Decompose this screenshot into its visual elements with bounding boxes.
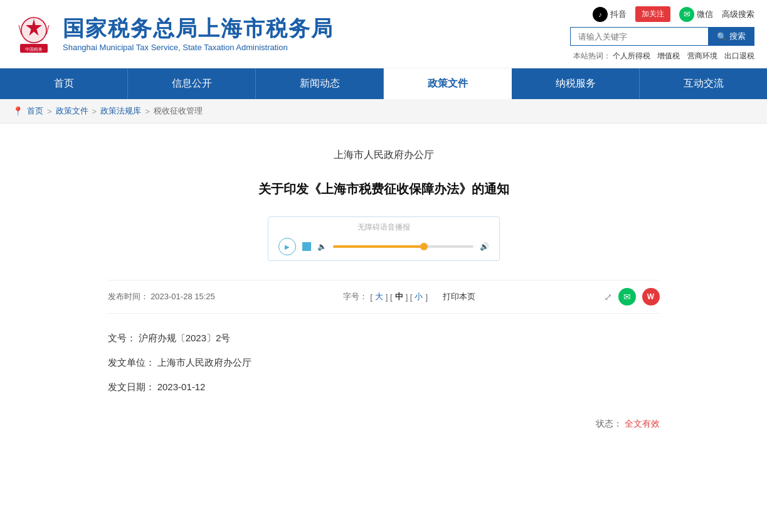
doc-info: 文号： 沪府办规〔2023〕2号 发文单位： 上海市人民政府办公厅 发文日期： … bbox=[108, 332, 660, 393]
status-label: 状态： bbox=[596, 418, 622, 428]
nav-item-info[interactable]: 信息公开 bbox=[128, 68, 256, 99]
tiktok-social[interactable]: ♪ 抖音 bbox=[593, 7, 627, 22]
breadcrumb-current: 税收征收管理 bbox=[154, 105, 203, 117]
volume-slider-track[interactable] bbox=[333, 245, 473, 248]
issuing-unit-value: 上海市人民政府办公厅 bbox=[157, 357, 251, 368]
nav-item-policy[interactable]: 政策文件 bbox=[384, 68, 512, 99]
meta-bar: 发布时间： 2023-01-28 15:25 字号： [ 大 ] [ 中 ] [… bbox=[108, 280, 660, 314]
hotwords-label: 本站热词： bbox=[573, 51, 611, 60]
wechat-icon: ✉ bbox=[679, 7, 694, 22]
issue-date-value: 2023-01-12 bbox=[157, 381, 206, 392]
font-bracket-mid1: ] [ bbox=[386, 292, 393, 302]
breadcrumb-sep-1: > bbox=[47, 107, 52, 116]
meta-publish: 发布时间： 2023-01-28 15:25 bbox=[108, 291, 215, 302]
logo-text: 国家税务总局上海市税务局 Shanghai Municipal Tax Serv… bbox=[63, 16, 334, 52]
search-bar: 🔍 搜索 bbox=[570, 27, 754, 46]
volume-icon-high: 🔊 bbox=[480, 242, 489, 251]
issue-date-label: 发文日期： bbox=[108, 381, 155, 392]
hotword-1[interactable]: 个人所得税 bbox=[613, 51, 650, 60]
breadcrumb-sep-2: > bbox=[92, 107, 97, 116]
breadcrumb-sep-3: > bbox=[145, 107, 150, 116]
stop-button[interactable] bbox=[302, 242, 311, 251]
publish-label: 发布时间： bbox=[108, 292, 149, 301]
status-bar: 状态： 全文有效 bbox=[108, 412, 660, 436]
audio-controls-row: ▶ 🔈 🔊 bbox=[278, 238, 489, 255]
wechat-share-button[interactable]: ✉ bbox=[618, 288, 636, 306]
hotwords-bar: 本站热词： 个人所得税 增值税 营商环境 出口退税 bbox=[573, 51, 754, 61]
meta-center: 字号： [ 大 ] [ 中 ] [ 小 ] 打印本页 bbox=[343, 291, 475, 302]
social-bar: ♪ 抖音 加关注 ✉ 微信 高级搜索 bbox=[593, 6, 754, 22]
weibo-share-button[interactable]: W bbox=[642, 288, 660, 306]
tiktok-icon: ♪ bbox=[593, 7, 608, 22]
header-right: ♪ 抖音 加关注 ✉ 微信 高级搜索 🔍 搜索 本站热词： 个人所得税 增值税 … bbox=[570, 6, 754, 61]
doc-issuer: 上海市人民政府办公厅 bbox=[108, 142, 660, 168]
tiktok-label: 抖音 bbox=[610, 9, 627, 20]
site-subtitle: Shanghai Municipal Tax Service, State Ta… bbox=[63, 43, 334, 52]
doc-title: 关于印发《上海市税费征收保障办法》的通知 bbox=[108, 181, 660, 198]
meta-share: ⤢ ✉ W bbox=[604, 288, 660, 306]
weibo-follow-button[interactable]: 加关注 bbox=[635, 6, 670, 22]
nav-item-news[interactable]: 新闻动态 bbox=[256, 68, 384, 99]
play-button[interactable]: ▶ bbox=[278, 238, 296, 255]
publish-time: 2023-01-28 15:25 bbox=[151, 292, 215, 301]
volume-thumb bbox=[420, 243, 428, 250]
advanced-search-link[interactable]: 高级搜索 bbox=[722, 9, 754, 20]
nav-item-interaction[interactable]: 互动交流 bbox=[640, 68, 767, 99]
doc-number-row: 文号： 沪府办规〔2023〕2号 bbox=[108, 332, 660, 344]
search-icon: 🔍 bbox=[717, 32, 727, 41]
volume-icon-low: 🔈 bbox=[317, 242, 327, 251]
hotword-2[interactable]: 增值税 bbox=[657, 51, 680, 60]
svg-text:中国税务: 中国税务 bbox=[25, 47, 43, 52]
audio-label: 无障碍语音播报 bbox=[278, 222, 489, 233]
font-bracket-mid2: ] [ bbox=[406, 292, 413, 302]
main-nav: 首页 信息公开 新闻动态 政策文件 纳税服务 互动交流 bbox=[0, 68, 767, 99]
main-content: 上海市人民政府办公厅 关于印发《上海市税费征收保障办法》的通知 无障碍语音播报 … bbox=[83, 124, 685, 455]
font-size-label: 字号： bbox=[343, 291, 368, 302]
nav-item-tax-service[interactable]: 纳税服务 bbox=[512, 68, 640, 99]
wechat-label: 微信 bbox=[697, 9, 713, 20]
search-button-label: 搜索 bbox=[729, 31, 746, 42]
font-size-small[interactable]: 小 bbox=[415, 291, 423, 302]
site-title: 国家税务总局上海市税务局 bbox=[63, 16, 334, 41]
search-input[interactable] bbox=[570, 27, 708, 46]
breadcrumb-policy-lib[interactable]: 政策法规库 bbox=[100, 105, 141, 117]
nav-item-home[interactable]: 首页 bbox=[0, 68, 128, 99]
print-button[interactable]: 打印本页 bbox=[443, 291, 475, 302]
font-size-large[interactable]: 大 bbox=[375, 291, 383, 302]
breadcrumb: 📍 首页 > 政策文件 > 政策法规库 > 税收征收管理 bbox=[0, 99, 767, 124]
volume-fill bbox=[333, 245, 425, 248]
header: 中国税务 国家税务总局上海市税务局 Shanghai Municipal Tax… bbox=[0, 0, 767, 68]
share-icon[interactable]: ⤢ bbox=[604, 291, 612, 303]
doc-number-label: 文号： bbox=[108, 332, 136, 343]
hotword-3[interactable]: 营商环境 bbox=[687, 51, 717, 60]
breadcrumb-location-icon: 📍 bbox=[13, 106, 23, 116]
header-left: 中国税务 国家税务总局上海市税务局 Shanghai Municipal Tax… bbox=[13, 13, 334, 55]
search-button[interactable]: 🔍 搜索 bbox=[708, 27, 754, 46]
logo-emblem: 中国税务 bbox=[13, 13, 55, 55]
font-bracket-close: ] bbox=[425, 292, 428, 302]
font-size-medium[interactable]: 中 bbox=[395, 291, 403, 302]
wechat-social[interactable]: ✉ 微信 bbox=[679, 7, 713, 22]
emblem-svg: 中国税务 bbox=[13, 13, 55, 55]
hotword-4[interactable]: 出口退税 bbox=[724, 51, 754, 60]
audio-player: 无障碍语音播报 ▶ 🔈 🔊 bbox=[268, 216, 500, 261]
issue-date-row: 发文日期： 2023-01-12 bbox=[108, 381, 660, 393]
breadcrumb-home[interactable]: 首页 bbox=[27, 105, 43, 117]
status-value: 全文有效 bbox=[625, 418, 660, 428]
font-bracket-open: [ bbox=[370, 292, 373, 302]
issuing-unit-row: 发文单位： 上海市人民政府办公厅 bbox=[108, 357, 660, 369]
issuing-unit-label: 发文单位： bbox=[108, 357, 155, 368]
breadcrumb-policy[interactable]: 政策文件 bbox=[56, 105, 88, 117]
doc-number-value: 沪府办规〔2023〕2号 bbox=[139, 332, 231, 343]
